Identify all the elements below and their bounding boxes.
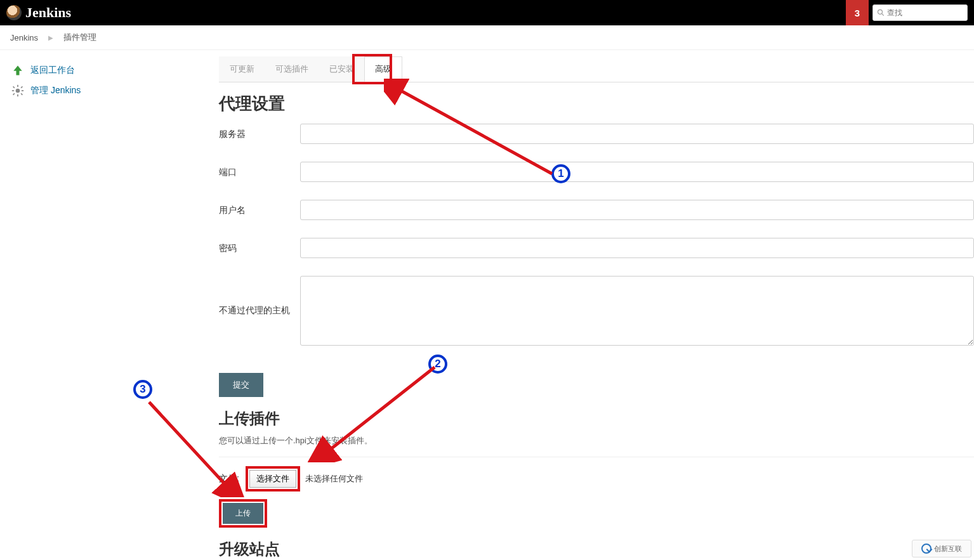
noproxy-row: 不通过代理的主机 bbox=[219, 276, 974, 348]
file-label: 文件: bbox=[219, 473, 239, 485]
sidebar-item-manage[interactable]: 管理 Jenkins bbox=[6, 81, 213, 101]
annotation-highlight-2: 选择文件 bbox=[246, 466, 300, 492]
svg-line-1 bbox=[882, 14, 884, 16]
svg-rect-3 bbox=[17, 85, 18, 87]
svg-rect-4 bbox=[17, 94, 18, 96]
noproxy-input[interactable] bbox=[300, 276, 974, 346]
svg-point-2 bbox=[16, 89, 20, 93]
proxy-heading: 代理设置 bbox=[219, 93, 974, 115]
username-label: 用户名 bbox=[219, 200, 300, 216]
upload-heading: 上传插件 bbox=[219, 408, 974, 429]
tab-updatable[interactable]: 可更新 bbox=[219, 56, 265, 82]
svg-rect-7 bbox=[13, 86, 15, 89]
gear-icon bbox=[11, 84, 24, 97]
file-status: 未选择任何文件 bbox=[305, 473, 363, 485]
tab-advanced[interactable]: 高级 bbox=[364, 56, 402, 82]
brand-logo[interactable]: Jenkins bbox=[6, 4, 71, 21]
up-arrow-icon bbox=[11, 64, 24, 77]
submit-button[interactable]: 提交 bbox=[219, 373, 263, 397]
server-label: 服务器 bbox=[219, 124, 300, 140]
brand-text: Jenkins bbox=[25, 4, 71, 21]
tabs: 可更新 可选插件 已安装 高级 bbox=[219, 56, 974, 82]
noproxy-label: 不通过代理的主机 bbox=[219, 276, 300, 316]
notification-badge[interactable]: 3 bbox=[846, 0, 869, 25]
breadcrumb: Jenkins ▶ 插件管理 bbox=[0, 25, 974, 50]
upload-desc: 您可以通过上传一个.hpi文件来安装插件。 bbox=[219, 435, 974, 446]
sidebar-item-label: 管理 Jenkins bbox=[30, 85, 81, 96]
file-row: 文件: 选择文件 未选择任何文件 bbox=[219, 457, 974, 492]
annotation-marker-2: 2 bbox=[428, 355, 447, 374]
svg-rect-8 bbox=[20, 93, 23, 96]
footer-logo-icon bbox=[921, 544, 931, 554]
choose-file-button[interactable]: 选择文件 bbox=[249, 470, 296, 488]
svg-rect-9 bbox=[20, 86, 23, 89]
port-row: 端口 bbox=[219, 162, 974, 182]
jenkins-icon bbox=[6, 5, 22, 20]
port-input[interactable] bbox=[300, 162, 974, 182]
port-label: 端口 bbox=[219, 162, 300, 178]
upload-button[interactable]: 上传 bbox=[223, 503, 263, 524]
tab-available[interactable]: 可选插件 bbox=[265, 56, 319, 82]
main-content: 可更新 可选插件 已安装 高级 代理设置 服务器 端口 用户名 密码 不通过代理… bbox=[219, 50, 974, 560]
svg-rect-5 bbox=[12, 90, 14, 91]
footer-watermark: 创新互联 bbox=[912, 540, 971, 557]
password-row: 密码 bbox=[219, 238, 974, 258]
username-input[interactable] bbox=[300, 200, 974, 220]
search-icon bbox=[877, 8, 885, 17]
sidebar-item-back[interactable]: 返回工作台 bbox=[6, 60, 213, 81]
server-input[interactable] bbox=[300, 124, 974, 144]
svg-point-0 bbox=[878, 10, 883, 14]
search-input[interactable] bbox=[887, 8, 963, 17]
top-header: Jenkins 3 bbox=[0, 0, 974, 25]
footer-text: 创新互联 bbox=[934, 544, 962, 554]
sidebar-item-label: 返回工作台 bbox=[30, 65, 75, 76]
annotation-highlight-3: 上传 bbox=[219, 499, 267, 528]
chevron-right-icon: ▶ bbox=[48, 34, 53, 41]
search-box[interactable] bbox=[872, 4, 968, 21]
breadcrumb-root[interactable]: Jenkins bbox=[10, 33, 38, 42]
update-site-heading: 升级站点 bbox=[219, 539, 974, 559]
svg-rect-6 bbox=[22, 90, 23, 91]
breadcrumb-current[interactable]: 插件管理 bbox=[63, 32, 96, 43]
svg-rect-10 bbox=[13, 93, 15, 96]
username-row: 用户名 bbox=[219, 200, 974, 220]
password-label: 密码 bbox=[219, 238, 300, 254]
sidebar: 返回工作台 管理 Jenkins bbox=[0, 50, 219, 560]
password-input[interactable] bbox=[300, 238, 974, 258]
server-row: 服务器 bbox=[219, 124, 974, 144]
tab-installed[interactable]: 已安装 bbox=[319, 56, 365, 82]
